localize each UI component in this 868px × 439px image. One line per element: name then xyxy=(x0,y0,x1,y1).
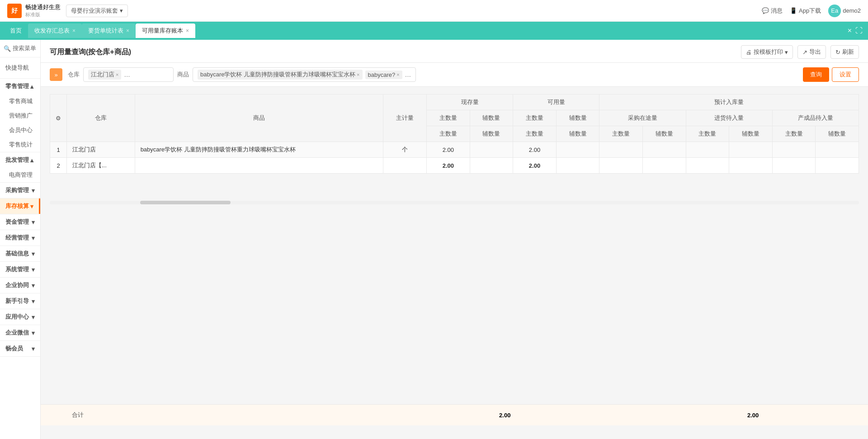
sidebar-nav: 快捷导航 xyxy=(0,57,40,79)
sidebar-item-shop[interactable]: 零售商城 xyxy=(0,94,40,109)
chevron-icon-11: ▾ xyxy=(32,314,35,321)
cell-pt-aux-2 xyxy=(643,158,686,174)
sidebar-section-biz-header[interactable]: 经营管理 ▾ xyxy=(0,230,40,245)
export-icon: ↗ xyxy=(802,49,807,56)
cell-unit-2 xyxy=(383,158,427,174)
sidebar-section-base-header[interactable]: 基础信息 ▾ xyxy=(0,246,40,261)
sidebar-section-inventory-header[interactable]: 库存核算 ▾ xyxy=(0,198,40,214)
sidebar-section-retail: 零售管理 ▲ 零售商城 营销推广 会员中心 零售统计 xyxy=(0,79,40,152)
sidebar-section-sys-header[interactable]: 系统管理 ▾ xyxy=(0,262,40,277)
filter-area: » 仓库 江北门店 × ... 商品 babycare学饮杯 儿童防摔防撞吸管杯… xyxy=(41,63,868,87)
table-row: 2 江北门店【... 2.00 2.00 xyxy=(50,158,859,174)
tab-home[interactable]: 首页 xyxy=(4,24,28,38)
sidebar-section-wholesale: 批发管理 ▲ 电商管理 xyxy=(0,152,40,183)
message-btn[interactable]: 💬 消息 xyxy=(762,7,783,15)
setting-button[interactable]: 设置 xyxy=(832,67,859,82)
content-area: 可用量查询(按仓库+商品) 🖨 按模板打印 ▾ ↗ 导出 ↻ 刷新 xyxy=(41,40,868,439)
sidebar-section-appstore-header[interactable]: 应用中心 ▾ xyxy=(0,309,40,325)
data-table: ⚙ 仓库 商品 主计量 现存量 可用量 预计入库量 主数量 辅数量 主数量 xyxy=(50,94,859,174)
sidebar-section-vip-header[interactable]: 畅会员 ▾ xyxy=(0,341,40,356)
scrollbar[interactable] xyxy=(50,201,859,204)
sidebar-section-retail-header[interactable]: 零售管理 ▲ xyxy=(0,79,40,94)
sidebar-item-retail-stats[interactable]: 零售统计 xyxy=(0,137,40,152)
col-unit-header: 主计量 xyxy=(383,94,427,142)
refresh-btn[interactable]: ↻ 刷新 xyxy=(830,45,859,59)
scrollbar-thumb[interactable] xyxy=(140,201,231,204)
page-actions: 🖨 按模板打印 ▾ ↗ 导出 ↻ 刷新 xyxy=(741,45,859,59)
goods-tag-1-close[interactable]: × xyxy=(357,72,359,77)
cell-stock-main-1: 2.00 xyxy=(427,142,470,158)
sidebar-section-newbie-header[interactable]: 新手引导 ▾ xyxy=(0,293,40,309)
filter-expand-btn[interactable]: » xyxy=(50,68,62,81)
tab-close-2[interactable]: × xyxy=(126,28,129,34)
col-settings[interactable]: ⚙ xyxy=(50,94,67,142)
tab-order-stats[interactable]: 要货单统计表 × xyxy=(82,24,136,38)
tab-close-1[interactable]: × xyxy=(72,28,75,34)
tab-fullscreen-btn[interactable]: ⛶ xyxy=(855,27,863,35)
cell-avail-main-2: 2.00 xyxy=(513,158,557,174)
col-sm2: 主数量 xyxy=(513,126,557,142)
sidebar-section-finance-header[interactable]: 资金管理 ▾ xyxy=(0,214,40,230)
col-goods-header: 商品 xyxy=(135,94,383,142)
goods-label: 商品 xyxy=(177,71,189,79)
chevron-down-icon-print: ▾ xyxy=(785,49,788,56)
sidebar-section-purchase: 采购管理 ▾ xyxy=(0,183,40,198)
cell-unit-1: 个 xyxy=(383,142,427,158)
table-area: ⚙ 仓库 商品 主计量 现存量 可用量 预计入库量 主数量 辅数量 主数量 xyxy=(41,87,868,181)
total-stock-main: 2.00 xyxy=(399,408,611,422)
sidebar-item-promo[interactable]: 营销推广 xyxy=(0,109,40,123)
total-label: 合计 xyxy=(66,408,281,422)
cell-pt-aux-1 xyxy=(643,142,686,158)
cell-iw-aux-1 xyxy=(729,142,773,158)
col-stock-main-h: 主数量 xyxy=(427,110,470,126)
scroll-area[interactable]: ⚙ 仓库 商品 主计量 现存量 可用量 预计入库量 主数量 辅数量 主数量 xyxy=(50,94,859,174)
sidebar-item-member[interactable]: 会员中心 xyxy=(0,123,40,137)
main-layout: 🔍 搜索菜单 快捷导航 零售管理 ▲ 零售商城 营销推广 会员中心 零售统计 xyxy=(0,40,868,439)
cell-fp-aux-1 xyxy=(816,142,859,158)
export-btn[interactable]: ↗ 导出 xyxy=(797,45,826,59)
warehouse-input[interactable]: 江北门店 × ... xyxy=(83,67,174,82)
sidebar-section-collab-header[interactable]: 企业协同 ▾ xyxy=(0,278,40,293)
user-menu[interactable]: Ea demo2 xyxy=(828,5,861,17)
top-bar-right: 💬 消息 📱 App下载 Ea demo2 xyxy=(762,5,861,17)
tab-close-3[interactable]: × xyxy=(186,28,189,34)
tab-receive-summary[interactable]: 收发存汇总表 × xyxy=(28,24,82,38)
warehouse-tag-close[interactable]: × xyxy=(116,72,118,77)
footer-table: 合计 2.00 2.00 xyxy=(50,408,859,422)
chevron-icon-6: ▾ xyxy=(32,235,35,241)
col-sa5: 辅数量 xyxy=(816,126,859,142)
cell-index-2: 2 xyxy=(50,158,67,174)
col-incoming-header: 预计入库量 xyxy=(599,94,859,110)
tab-close-all-btn[interactable]: × xyxy=(848,27,852,35)
sidebar-item-quick-nav[interactable]: 快捷导航 xyxy=(0,60,40,76)
sidebar-section-finance: 资金管理 ▾ xyxy=(0,214,40,230)
sidebar-section-purchase-header[interactable]: 采购管理 ▾ xyxy=(0,183,40,198)
refresh-icon: ↻ xyxy=(835,49,840,56)
sidebar-section-wholesale-header[interactable]: 批发管理 ▲ xyxy=(0,152,40,168)
tab-available-inventory[interactable]: 可用量库存账本 × xyxy=(136,24,195,38)
template-print-btn[interactable]: 🖨 按模板打印 ▾ xyxy=(741,45,793,59)
sidebar-section-wechat-header[interactable]: 企业微信 ▾ xyxy=(0,325,40,340)
sidebar: 🔍 搜索菜单 快捷导航 零售管理 ▲ 零售商城 营销推广 会员中心 零售统计 xyxy=(0,40,41,439)
goods-input[interactable]: babycare学饮杯 儿童防摔防撞吸管杯重力球吸嘴杯宝宝水杯 × babyca… xyxy=(193,67,416,82)
message-icon: 💬 xyxy=(762,7,769,14)
goods-tag-2-close[interactable]: × xyxy=(396,72,399,77)
goods-more: ... xyxy=(405,71,411,79)
cell-pt-main-1 xyxy=(599,142,643,158)
cell-avail-main-1: 2.00 xyxy=(513,142,557,158)
sidebar-section-inventory: 库存核算 ▾ xyxy=(0,198,40,214)
col-available-header: 可用量 xyxy=(513,94,599,110)
print-icon: 🖨 xyxy=(746,49,752,56)
sidebar-search[interactable]: 🔍 搜索菜单 xyxy=(0,40,40,57)
cell-warehouse-2: 江北门店【... xyxy=(67,158,135,174)
industry-select[interactable]: 母婴行业演示账套 ▾ xyxy=(66,5,128,17)
col-sa1: 辅数量 xyxy=(470,126,513,142)
app-download-btn[interactable]: 📱 App下载 xyxy=(790,7,821,15)
sidebar-item-ecom[interactable]: 电商管理 xyxy=(0,168,40,182)
col-incoming-wait-h: 进货待入量 xyxy=(686,110,772,126)
col-sa4: 辅数量 xyxy=(729,126,773,142)
warehouse-label: 仓库 xyxy=(68,71,80,79)
col-stock-aux-h: 辅数量 xyxy=(470,110,513,126)
sidebar-section-base: 基础信息 ▾ xyxy=(0,246,40,262)
query-button[interactable]: 查询 xyxy=(803,67,829,82)
